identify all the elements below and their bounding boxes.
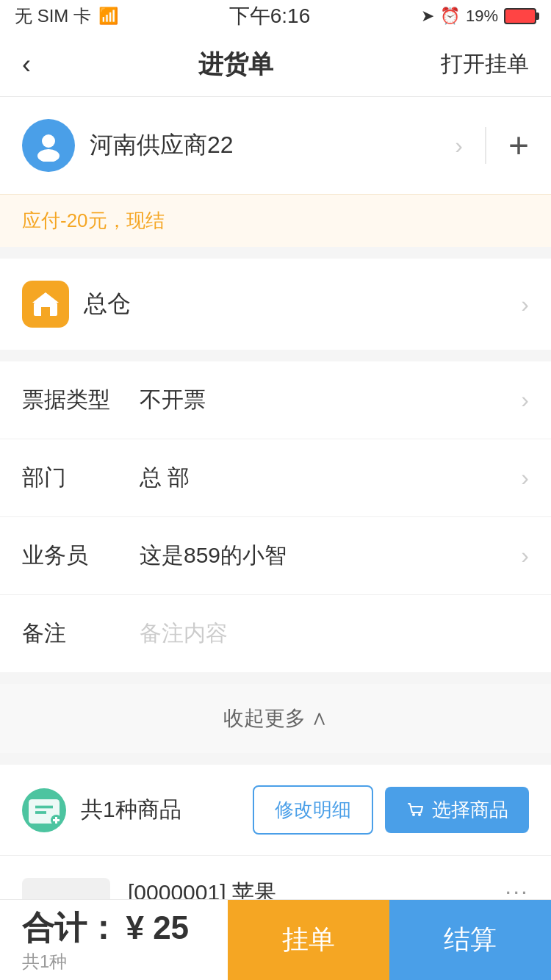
form-section: 票据类型 不开票 › 部门 总 部 › 业务员 这是859的小智 › 备注 备注… [0,361,551,672]
warehouse-icon [22,281,69,328]
page-title: 进货单 [198,48,273,82]
department-chevron-icon: › [521,464,529,491]
ticket-type-label: 票据类型 [22,385,125,415]
supplier-divider [485,127,486,164]
remark-label: 备注 [22,619,125,649]
department-value: 总 部 [140,463,521,493]
svg-point-12 [418,813,421,816]
total-count: 共1种 [22,950,206,973]
supplier-avatar [22,119,75,172]
warehouse-chevron-icon: › [521,291,529,318]
svg-point-1 [37,149,60,162]
cart-icon [406,800,426,821]
hold-button[interactable]: 挂单 [228,900,389,981]
ticket-type-value: 不开票 [140,385,521,415]
checkout-button[interactable]: 结算 [389,900,551,981]
select-product-button[interactable]: 选择商品 [385,787,529,833]
salesperson-label: 业务员 [22,541,125,571]
products-header: 共1种商品 修改明细 选择商品 [0,765,551,856]
department-row[interactable]: 部门 总 部 › [0,439,551,517]
svg-point-0 [42,134,55,148]
collapse-label: 收起更多 ∧ [223,707,328,729]
svg-marker-3 [32,292,59,303]
location-icon: ➤ [421,7,434,26]
total-section: 合计： ¥ 25 共1种 [0,907,228,973]
open-hold-button[interactable]: 打开挂单 [441,49,529,79]
battery-icon [504,8,536,24]
status-right: ➤ ⏰ 19% [421,7,536,26]
edit-details-button[interactable]: 修改明细 [253,785,373,835]
bottom-bar: 合计： ¥ 25 共1种 挂单 结算 [0,899,551,980]
salesperson-row[interactable]: 业务员 这是859的小智 › [0,517,551,595]
collapse-row[interactable]: 收起更多 ∧ [0,684,551,753]
remark-input[interactable]: 备注内容 [140,619,529,649]
payment-notice: 应付-20元，现结 [0,194,551,247]
total-label: 合计： [22,909,119,945]
ticket-type-chevron-icon: › [521,386,529,414]
status-left: 无 SIM 卡 📶 [15,4,118,28]
time-label: 下午6:16 [229,2,311,30]
salesperson-value: 这是859的小智 [140,541,521,571]
total-value: ¥ 25 [126,909,189,945]
status-bar: 无 SIM 卡 📶 下午6:16 ➤ ⏰ 19% [0,0,551,32]
warehouse-section[interactable]: 总仓 › [0,259,551,350]
department-label: 部门 [22,463,125,493]
remark-row[interactable]: 备注 备注内容 [0,595,551,672]
ticket-type-row[interactable]: 票据类型 不开票 › [0,361,551,439]
products-count: 共1种商品 [81,795,253,825]
svg-point-11 [412,813,415,816]
supplier-chevron-icon: › [455,132,463,159]
battery-percent: 19% [466,7,498,26]
carrier-label: 无 SIM 卡 [15,4,91,28]
supplier-name: 河南供应商22 [90,129,455,162]
select-product-label: 选择商品 [432,797,508,823]
total-amount: 合计： ¥ 25 [22,907,206,950]
supplier-row[interactable]: 河南供应商22 › + [0,97,551,194]
salesperson-chevron-icon: › [521,542,529,569]
products-icon [22,788,66,832]
alarm-icon: ⏰ [440,7,460,26]
svg-rect-4 [41,307,50,316]
nav-bar: ‹ 进货单 打开挂单 [0,32,551,97]
add-supplier-button[interactable]: + [508,128,529,163]
back-button[interactable]: ‹ [22,49,31,80]
wifi-icon: 📶 [98,7,118,26]
supplier-section: 河南供应商22 › + 应付-20元，现结 [0,97,551,247]
warehouse-name: 总仓 [84,288,521,320]
